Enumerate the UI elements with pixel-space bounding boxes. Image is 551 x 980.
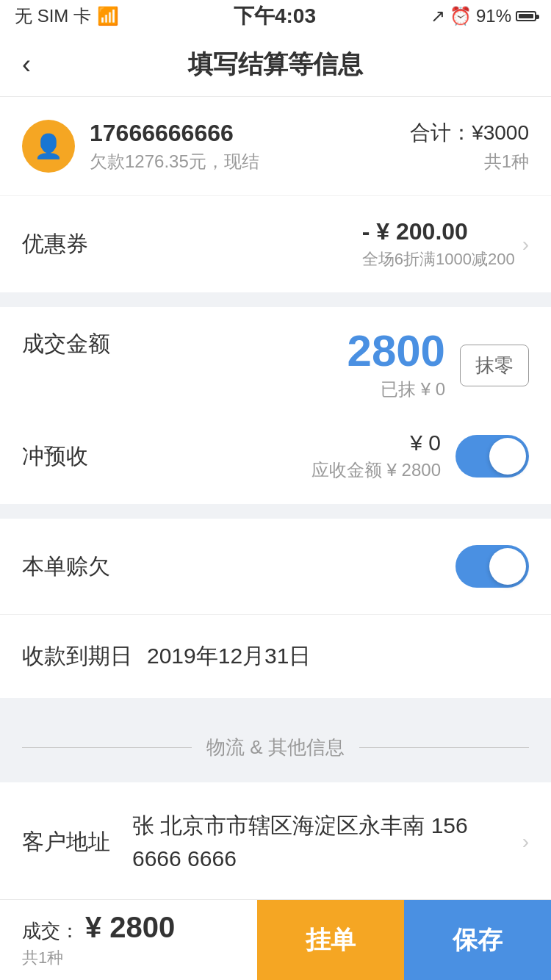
customer-info: 17666666666 欠款1276.35元，现结 [90, 120, 259, 173]
total-amount: ¥3000 [472, 121, 529, 144]
logistics-title: 物流 & 其他信息 [192, 735, 359, 760]
battery-percent: 91% [476, 6, 511, 26]
footer-summary-top: 成交： ¥ 2800 [22, 911, 257, 944]
status-bar: 无 SIM 卡 📶 下午4:03 ↗ ⏰ 91% [0, 0, 551, 32]
address-value: 张 北京市市辖区海淀区永丰南 156 6666 6666 [132, 809, 515, 875]
avatar-icon: 👤 [34, 132, 63, 160]
customer-total: 合计：¥3000 共1种 [410, 119, 529, 173]
logistics-header: 物流 & 其他信息 [0, 713, 551, 782]
footer-bar: 成交： ¥ 2800 共1种 挂单 保存 [0, 899, 551, 980]
total-label-row: 合计：¥3000 [410, 119, 529, 147]
customer-debt: 欠款1276.35元，现结 [90, 150, 259, 173]
coupon-row[interactable]: 优惠券 - ¥ 200.00 全场6折满1000减200 › [0, 195, 551, 292]
debt-row: 本单赊欠 [0, 519, 551, 614]
coupon-right: - ¥ 200.00 全场6折满1000减200 › [362, 218, 529, 270]
coupon-chevron-icon: › [522, 233, 529, 256]
customer-left: 👤 17666666666 欠款1276.35元，现结 [22, 120, 259, 173]
back-button[interactable]: ‹ [22, 49, 66, 80]
customer-phone: 17666666666 [90, 120, 259, 147]
section-divider-1 [0, 292, 551, 307]
debt-toggle[interactable] [455, 545, 529, 588]
due-date-label: 收款到期日 [22, 641, 132, 671]
footer-count: 共1种 [22, 947, 257, 969]
battery-icon [516, 11, 536, 21]
save-button[interactable]: 保存 [404, 900, 551, 980]
amount-erased: 已抹 ¥ 0 [347, 378, 445, 401]
prepay-toggle[interactable] [455, 435, 529, 478]
total-label: 合计： [410, 121, 472, 144]
prepay-amount: ¥ 0 [311, 430, 441, 455]
prepay-row: 冲预收 ¥ 0 应收金额 ¥ 2800 [0, 416, 551, 504]
coupon-discount: - ¥ 200.00 [362, 218, 515, 245]
amount-right: 2800 已抹 ¥ 0 抹零 [347, 329, 529, 401]
customer-card: 👤 17666666666 欠款1276.35元，现结 合计：¥3000 共1种 [0, 97, 551, 195]
amount-col: 2800 已抹 ¥ 0 [347, 329, 445, 401]
section-divider-3 [0, 698, 551, 713]
status-left: 无 SIM 卡 📶 [15, 4, 119, 28]
debt-label: 本单赊欠 [22, 552, 110, 582]
page-title: 填写结算等信息 [66, 48, 485, 82]
footer-deal-amount: ¥ 2800 [85, 911, 175, 944]
address-row[interactable]: 客户地址 张 北京市市辖区海淀区永丰南 156 6666 6666 › [0, 782, 551, 901]
debt-toggle-knob [489, 548, 526, 585]
prepay-receivable: 应收金额 ¥ 2800 [311, 458, 441, 482]
logistics-line-right [359, 747, 529, 748]
no-sim-text: 无 SIM 卡 [15, 4, 91, 28]
address-chevron-icon: › [522, 830, 529, 854]
logistics-line-left [22, 747, 192, 748]
prepay-amount-col: ¥ 0 应收金额 ¥ 2800 [311, 430, 441, 482]
amount-row: 成交金额 2800 已抹 ¥ 0 抹零 [0, 307, 551, 416]
alarm-icon: ⏰ [450, 6, 472, 26]
round-button[interactable]: 抹零 [460, 345, 529, 386]
footer-summary: 成交： ¥ 2800 共1种 [0, 900, 257, 980]
status-right: ↗ ⏰ 91% [431, 6, 536, 26]
coupon-label: 优惠券 [22, 229, 88, 259]
wifi-icon: 📶 [97, 6, 119, 26]
amount-value: 2800 [347, 329, 445, 373]
avatar: 👤 [22, 120, 75, 173]
coupon-description: 全场6折满1000减200 [362, 248, 515, 270]
amount-label: 成交金额 [22, 329, 110, 359]
section-divider-2 [0, 504, 551, 519]
status-time: 下午4:03 [234, 2, 316, 30]
total-count: 共1种 [410, 150, 529, 173]
due-date-value: 2019年12月31日 [147, 641, 311, 671]
address-label: 客户地址 [22, 827, 110, 857]
location-icon: ↗ [431, 6, 445, 26]
footer-deal-label: 成交： [22, 918, 79, 944]
prepay-right: ¥ 0 应收金额 ¥ 2800 [311, 430, 529, 482]
coupon-right-text: - ¥ 200.00 全场6折满1000减200 [362, 218, 515, 270]
hang-button[interactable]: 挂单 [257, 900, 404, 980]
customer-row: 👤 17666666666 欠款1276.35元，现结 合计：¥3000 共1种 [22, 119, 529, 173]
toggle-knob [489, 438, 526, 475]
nav-bar: ‹ 填写结算等信息 [0, 32, 551, 97]
prepay-label: 冲预收 [22, 442, 88, 472]
due-date-row: 收款到期日 2019年12月31日 [0, 614, 551, 698]
